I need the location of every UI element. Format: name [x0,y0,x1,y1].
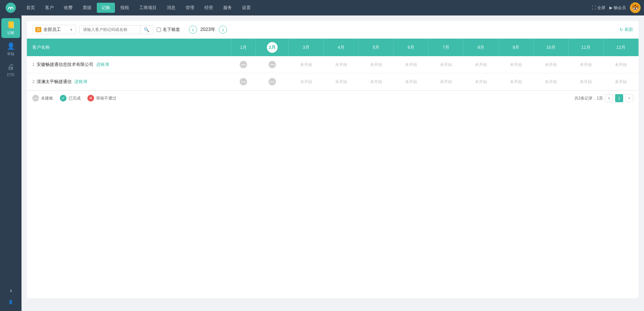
sidebar: 📒 记账 👤 审核 🖨 打印 ⬇ 👤 [0,15,22,311]
month-cell-12: 未开始 [603,73,638,90]
month-cell-2: — [256,73,289,90]
account-set-checkbox-label[interactable]: 名下账套 [157,27,180,33]
nav-tax[interactable]: 报税 [116,3,134,13]
sidebar-label-print: 打印 [7,72,14,77]
nav-customer[interactable]: 客户 [40,3,58,13]
month-cell-7: 未开始 [429,73,464,90]
status-not-started-text: 未开始 [370,79,382,84]
page-next-button[interactable]: > [625,94,633,102]
page-1-button[interactable]: 1 [615,94,623,102]
col-header-jul: 7月 [429,39,464,56]
table-footer: — 未建账 ✓ 已完成 ✕ 审核不通过 共2条记录，1页 < 1 > [27,90,639,106]
status-not-started-text: 未开始 [405,79,417,84]
month-cell-6: 未开始 [394,56,429,73]
nav-home[interactable]: 首页 [22,3,40,13]
total-text: 共2条记录，1页 [574,95,603,101]
enter-ledger-link[interactable]: 进账簿 [74,79,87,84]
company-cell: 2漠澜太平畅捷通信进账簿 [27,73,231,90]
nav-operation[interactable]: 经营 [200,3,218,13]
col-header-aug: 8月 [464,39,498,56]
status-not-started-text: 未开始 [440,62,452,67]
col-header-dec: 12月 [603,39,638,56]
table-row: 2漠澜太平畅捷通信进账簿——未开始未开始未开始未开始未开始未开始未开始未开始未开… [27,73,639,90]
col-header-sep: 9月 [498,39,533,56]
sidebar-download[interactable]: ⬇ [1,286,20,296]
month-cell-4: 未开始 [324,56,359,73]
legend-completed-label: 已完成 [69,95,81,101]
active-month-indicator: 2月 [267,42,278,53]
page-prev-button[interactable]: < [605,94,613,102]
refresh-button[interactable]: ↻ 刷新 [619,27,633,33]
search-input[interactable] [80,26,140,34]
row-number: 1 [32,62,35,67]
search-button[interactable]: 🔍 [140,26,153,34]
sidebar-bottom: ⬇ 👤 [1,286,20,311]
sidebar-user[interactable]: 👤 [1,297,20,307]
status-not-started-text: 未开始 [370,62,382,67]
toolbar: 员 全部员工 ▼ 🔍 名下账套 ‹ 2023年 › [27,21,639,39]
legend-not-started-label: 未建账 [41,95,53,101]
account-set-checkbox[interactable] [157,28,161,32]
status-not-started-text: 未开始 [615,79,627,84]
month-cell-8: 未开始 [464,73,498,90]
month-cell-2: — [256,56,289,73]
year-next-button[interactable]: › [219,26,227,34]
main-layout: 📒 记账 👤 审核 🖨 打印 ⬇ 👤 员 全部员工 [0,15,644,311]
col-header-nov: 11月 [568,39,603,56]
nav-business[interactable]: 工商项目 [134,3,161,13]
status-not-started-text: 未开始 [300,62,312,67]
nav-settings[interactable]: 设置 [237,3,255,13]
month-cell-6: 未开始 [394,73,429,90]
month-cell-3: 未开始 [289,56,324,73]
status-not-started-text: 未开始 [300,79,312,84]
nav-service[interactable]: 服务 [218,3,237,13]
pagination: 共2条记录，1页 < 1 > [574,94,633,102]
legend-completed: ✓ 已完成 [60,95,81,102]
sidebar-item-accounting[interactable]: 📒 记账 [1,18,20,38]
fullscreen-button[interactable]: ⛶ 全屏 [592,5,605,11]
year-display: 2023年 [200,27,215,33]
main-content: 员 全部员工 ▼ 🔍 名下账套 ‹ 2023年 › [22,15,644,311]
nav-fee[interactable]: 收费 [59,3,77,13]
print-icon: 🖨 [7,63,14,71]
year-prev-button[interactable]: ‹ [189,26,197,34]
sidebar-item-review[interactable]: 👤 审核 [1,39,20,59]
employee-select[interactable]: 员 全部员工 ▼ [32,25,76,34]
vip-label: 畅会员 [614,5,626,11]
status-not-started-text: 未开始 [545,62,557,67]
refresh-icon: ↻ [619,27,623,32]
enter-ledger-link[interactable]: 进账簿 [96,62,109,67]
nav-message[interactable]: 消息 [162,3,180,13]
search-box: 🔍 [79,25,153,34]
app-logo [3,0,18,15]
accounting-table: 客户名称 1月 2月 3月 4月 5月 6月 7月 8月 9月 10月 11月 [27,39,639,90]
row-number: 2 [32,79,35,84]
status-not-started-text: 未开始 [615,62,627,67]
status-not-started-text: 未开始 [545,79,557,84]
legend-not-started: — 未建账 [32,95,53,102]
vip-button[interactable]: ▶ 畅会员 [609,5,626,11]
status-not-started-text: 未开始 [580,79,592,84]
status-not-started-text: 未开始 [440,79,452,84]
employee-icon: 员 [35,27,41,32]
vip-icon: ▶ [609,5,612,10]
col-header-may: 5月 [359,39,394,56]
col-header-name: 客户名称 [27,39,231,56]
status-not-booked-icon: — [240,61,247,68]
month-cell-10: 未开始 [533,73,568,90]
refresh-label: 刷新 [625,27,633,33]
user-avatar[interactable]: 🐯 [630,2,641,13]
sidebar-item-print[interactable]: 🖨 打印 [1,61,20,80]
legend-check-icon: ✓ [60,95,67,102]
status-not-started-text: 未开始 [510,79,522,84]
status-not-started-text: 未开始 [510,62,522,67]
nav-invoice[interactable]: 票据 [78,3,96,13]
status-not-started-text: 未开始 [475,79,487,84]
nav-manage[interactable]: 管理 [181,3,199,13]
month-cell-8: 未开始 [464,56,498,73]
status-not-started-text: 未开始 [405,62,417,67]
col-header-feb: 2月 [256,39,289,56]
month-cell-9: 未开始 [498,56,533,73]
month-cell-5: 未开始 [359,56,394,73]
nav-accounting[interactable]: 记账 [97,3,115,13]
